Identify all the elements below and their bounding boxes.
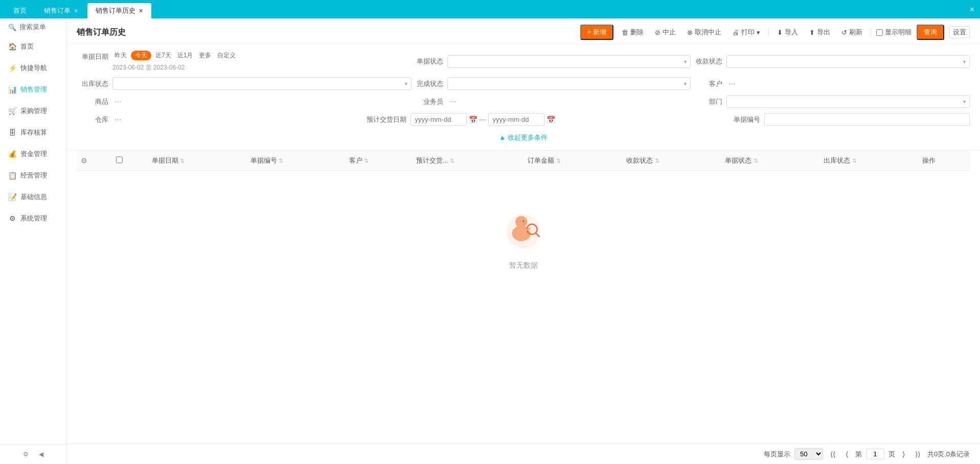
- total-records: 共0页,0条记录: [927, 450, 970, 459]
- import-button[interactable]: ⬇ 导入: [774, 27, 801, 38]
- sidebar-search[interactable]: 🔍 搜索菜单: [0, 18, 66, 36]
- product-dots-btn[interactable]: ···: [112, 97, 123, 106]
- home-icon: 🏠: [8, 42, 16, 51]
- customer-label: 客户: [691, 79, 726, 89]
- warehouse-label: 仓库: [77, 115, 112, 124]
- collapse-row: ▲ 收起更多条件: [77, 131, 970, 144]
- prev-page-btn[interactable]: ⟨: [842, 449, 851, 459]
- refresh-button[interactable]: ↺ 刷新: [838, 27, 865, 38]
- customer-col-header[interactable]: 客户 ⇅: [345, 151, 412, 171]
- page-header: 销售订单历史 + 新增 🗑 删除 ⊘ 中止 ⊗ 取消中止 🖨 打印: [66, 18, 980, 45]
- display-toggle-checkbox[interactable]: [876, 29, 883, 36]
- complete-status-label: 完成状态: [412, 79, 447, 89]
- delivery-date-to-cal[interactable]: 📅: [546, 116, 555, 124]
- page-input[interactable]: [866, 449, 884, 459]
- number-col-label: 单据编号: [250, 157, 277, 164]
- delivery-status-col-header[interactable]: 出库状态 ⇅: [819, 151, 918, 171]
- query-button[interactable]: 查询: [917, 25, 944, 40]
- payment-status-col-label: 收款状态: [626, 157, 653, 164]
- filter-row-4: 仓库 ··· 预计交货日期 📅 — 📅 单据编号: [77, 113, 970, 126]
- date-btn-7days[interactable]: 近7天: [153, 51, 173, 60]
- order-status-select-wrap[interactable]: 草稿 已审核 已关闭 ▾: [447, 55, 691, 68]
- tab-sales-order-history-label: 销售订单历史: [96, 6, 135, 15]
- sidebar-item-sales-mgmt[interactable]: 📊 销售管理: [0, 79, 66, 100]
- delivery-date-to[interactable]: [488, 113, 544, 126]
- new-button[interactable]: + 新增: [580, 25, 613, 40]
- select-all-checkbox[interactable]: [116, 157, 123, 163]
- close-all-btn[interactable]: ✕: [969, 6, 975, 13]
- delivery-date-label: 预计交货日期: [367, 115, 411, 124]
- complete-status-select[interactable]: 未完成 已完成: [447, 77, 691, 90]
- top-bar-right: ✕: [969, 6, 975, 13]
- tab-sales-order-close[interactable]: ✕: [74, 8, 78, 14]
- settings-button[interactable]: 设置: [949, 26, 970, 38]
- page-title: 销售订单历史: [77, 27, 126, 38]
- operations-col-label: 操作: [922, 157, 936, 164]
- svg-point-5: [529, 226, 535, 233]
- warehouse-dots-btn[interactable]: ···: [112, 115, 123, 124]
- amount-col-header[interactable]: 订单金额 ⇅: [523, 151, 622, 171]
- tab-home[interactable]: 首页: [5, 3, 35, 18]
- sidebar-item-quick-nav[interactable]: ⚡ 快捷导航: [0, 57, 66, 79]
- sidebar-item-inventory-calc[interactable]: 🗄 库存核算: [0, 122, 66, 143]
- delivery-date-from-cal[interactable]: 📅: [469, 116, 477, 124]
- delete-button[interactable]: 🗑 删除: [619, 27, 647, 38]
- per-page-label: 每页显示: [764, 450, 790, 459]
- delivery-status-col-label: 出库状态: [824, 157, 850, 164]
- sidebar-item-funds-mgmt[interactable]: 💰 资金管理: [0, 143, 66, 165]
- filter-row-1: 单据日期 昨天 今天 近7天 近1月 更多 自定义 2023-06-02 至 2…: [77, 51, 970, 72]
- order-status-col-header[interactable]: 单据状态 ⇅: [721, 151, 819, 171]
- sidebar-item-basic-info[interactable]: 📝 基础信息: [0, 186, 66, 208]
- date-btn-more[interactable]: 更多: [197, 51, 213, 60]
- sidebar-item-purchase-mgmt[interactable]: 🛒 采购管理: [0, 100, 66, 122]
- delivery-status-select-wrap[interactable]: 未出库 部分出库 已出库 ▾: [112, 77, 412, 90]
- sidebar-item-operations-mgmt[interactable]: 📋 经营管理: [0, 165, 66, 186]
- payment-status-col-header[interactable]: 收款状态 ⇅: [622, 151, 721, 171]
- sidebar-collapse-btn[interactable]: ◀: [35, 449, 48, 460]
- cancel-stop-button[interactable]: ⊗ 取消中止: [684, 27, 724, 38]
- date-btn-1month[interactable]: 近1月: [175, 51, 195, 60]
- complete-status-select-wrap[interactable]: 未完成 已完成 ▾: [447, 77, 691, 90]
- filter-field-delivery-date: 预计交货日期 📅 — 📅: [367, 113, 728, 126]
- tab-sales-order-history-close[interactable]: ✕: [139, 8, 143, 14]
- number-col-header[interactable]: 单据编号 ⇅: [246, 151, 345, 171]
- per-page-select[interactable]: 10 20 50 100: [794, 448, 823, 460]
- table-section: ⚙ 单据日期 ⇅ 单据编号 ⇅: [66, 151, 980, 444]
- display-toggle[interactable]: 显示明细: [876, 28, 911, 37]
- date-btn-today[interactable]: 今天: [131, 51, 151, 60]
- salesperson-label: 业务员: [412, 97, 447, 106]
- delivery-status-select[interactable]: 未出库 部分出库 已出库: [112, 77, 412, 90]
- date-btn-yesterday[interactable]: 昨天: [112, 51, 129, 60]
- last-page-btn[interactable]: ⟩⟩: [912, 449, 923, 459]
- operations-col-header: 操作: [918, 151, 970, 171]
- salesperson-dots-btn[interactable]: ···: [447, 97, 458, 106]
- payment-status-select-wrap[interactable]: 未收款 部分收款 已收款 ▾: [726, 55, 970, 68]
- print-button[interactable]: 🖨 打印 ▾: [730, 27, 763, 38]
- payment-status-select[interactable]: 未收款 部分收款 已收款: [726, 55, 970, 68]
- next-page-btn[interactable]: ⟩: [899, 449, 908, 459]
- delivery-date-from[interactable]: [411, 113, 467, 126]
- tab-sales-order[interactable]: 销售订单 ✕: [36, 3, 86, 18]
- order-number-input[interactable]: [764, 113, 970, 126]
- department-select-wrap[interactable]: ▾: [726, 95, 970, 108]
- table-settings-btn[interactable]: ⚙: [81, 157, 87, 165]
- stop-button[interactable]: ⊘ 中止: [652, 27, 679, 38]
- tab-sales-order-history[interactable]: 销售订单历史 ✕: [87, 3, 151, 18]
- department-select[interactable]: [726, 95, 970, 108]
- date-range-text: 2023-06-02 至 2023-06-02: [112, 63, 185, 72]
- order-status-select[interactable]: 草稿 已审核 已关闭: [447, 55, 691, 68]
- collapse-link[interactable]: ▲ 收起更多条件: [499, 134, 547, 141]
- delivery-date-col-header[interactable]: 预计交货... ⇅: [412, 151, 524, 171]
- export-button[interactable]: ⬆ 导出: [806, 27, 833, 38]
- sidebar-item-home[interactable]: 🏠 首页: [0, 36, 66, 57]
- empty-illustration: [498, 202, 549, 253]
- sidebar-item-system-mgmt[interactable]: ⚙ 系统管理: [0, 208, 66, 229]
- customer-dots-btn[interactable]: ···: [726, 79, 737, 89]
- first-page-btn[interactable]: ⟨⟨: [827, 449, 838, 459]
- date-col-header[interactable]: 单据日期 ⇅: [148, 151, 246, 171]
- cancel-stop-label: 取消中止: [695, 28, 721, 37]
- toolbar: + 新增 🗑 删除 ⊘ 中止 ⊗ 取消中止 🖨 打印 ▾: [580, 25, 970, 40]
- date-btn-custom[interactable]: 自定义: [215, 51, 238, 60]
- sidebar-settings-btn[interactable]: ⚙: [19, 449, 33, 460]
- sidebar-bottom: ⚙ ◀: [0, 444, 66, 464]
